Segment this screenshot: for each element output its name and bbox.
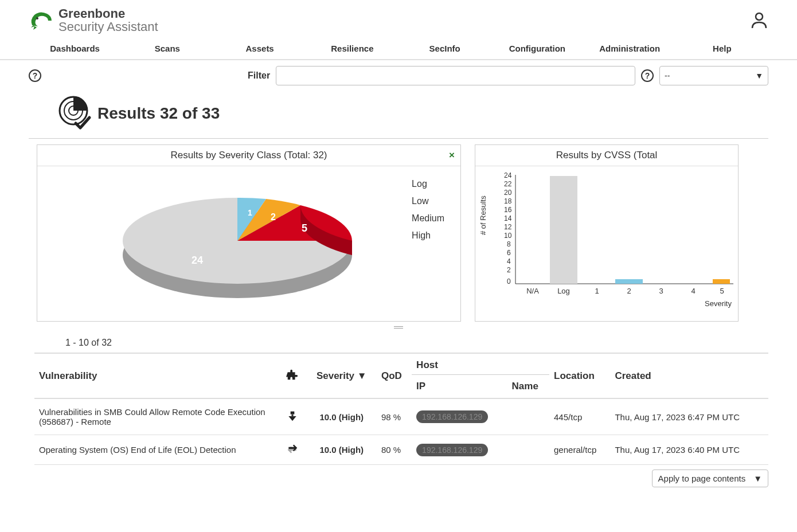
- cell-location: general/tcp: [549, 435, 610, 465]
- svg-text:N/A: N/A: [526, 287, 539, 295]
- cell-ip[interactable]: 192.168.126.129: [416, 410, 488, 423]
- vendorfix-icon: [287, 410, 298, 422]
- pie-chart[interactable]: 24 1 2 5: [100, 172, 398, 315]
- svg-text:4: 4: [691, 287, 695, 295]
- legend-medium[interactable]: Medium: [412, 213, 444, 224]
- svg-text:24: 24: [192, 255, 203, 266]
- col-qod[interactable]: QoD: [377, 353, 412, 398]
- svg-text:2: 2: [507, 266, 511, 274]
- filter-dropdown[interactable]: -- ▼: [659, 66, 768, 85]
- svg-text:6: 6: [507, 249, 511, 257]
- cell-qod: 80 %: [377, 435, 412, 465]
- legend-low[interactable]: Low: [412, 196, 444, 206]
- legend-log[interactable]: Log: [412, 179, 444, 189]
- cell-ip[interactable]: 192.168.126.129: [416, 444, 488, 456]
- svg-text:2: 2: [627, 287, 631, 295]
- svg-text:4: 4: [507, 257, 511, 265]
- nav-secinfo[interactable]: SecInfo: [398, 38, 491, 59]
- cell-created: Thu, Aug 17, 2023 6:47 PM UTC: [610, 398, 768, 435]
- svg-text:22: 22: [504, 180, 512, 188]
- pager-text: 1 - 10 of 32: [34, 334, 768, 353]
- cell-qod: 98 %: [377, 398, 412, 435]
- svg-text:Severity: Severity: [705, 299, 732, 308]
- svg-rect-26: [550, 176, 577, 284]
- chevron-down-icon: ▼: [755, 71, 763, 80]
- pie-legend: Log Low Medium High: [412, 179, 444, 241]
- page-title: Results 32 of 33: [97, 104, 220, 123]
- puzzle-icon: [286, 368, 299, 381]
- table-row[interactable]: Operating System (OS) End of Life (EOL) …: [34, 435, 768, 465]
- svg-text:18: 18: [504, 197, 512, 205]
- svg-text:20: 20: [504, 189, 512, 197]
- svg-text:8: 8: [507, 240, 511, 248]
- bar-chart-title: Results by CVSS (Total: [556, 150, 658, 161]
- svg-rect-28: [713, 279, 730, 284]
- table-row[interactable]: Vulnerabilities in SMB Could Allow Remot…: [34, 398, 768, 435]
- bar-chart[interactable]: 24 22 20 18 16 14 12 10 8 6 4 2 0 # of R…: [475, 166, 733, 312]
- nav-resilience[interactable]: Resilience: [306, 38, 398, 59]
- apply-dropdown[interactable]: Apply to page contents ▼: [652, 470, 768, 487]
- col-severity[interactable]: Severity ▼: [307, 353, 377, 398]
- brand-line1: Greenbone: [58, 7, 158, 20]
- col-vulnerability[interactable]: Vulnerability: [34, 353, 278, 398]
- cell-created: Thu, Aug 17, 2023 6:40 PM UTC: [610, 435, 768, 465]
- page-help-icon[interactable]: ?: [29, 69, 41, 82]
- nav-dashboards[interactable]: Dashboards: [29, 38, 121, 59]
- main-nav: Dashboards Scans Assets Resilience SecIn…: [0, 38, 797, 60]
- bar-chart-card: Results by CVSS (Total 24 22 20 18 16 14…: [475, 144, 739, 322]
- svg-text:12: 12: [504, 223, 512, 231]
- filter-label: Filter: [248, 71, 270, 81]
- cell-location: 445/tcp: [549, 398, 610, 435]
- nav-configuration[interactable]: Configuration: [491, 38, 583, 59]
- svg-point-1: [756, 13, 763, 20]
- svg-text:1: 1: [595, 287, 599, 295]
- svg-point-0: [36, 17, 38, 19]
- svg-rect-27: [615, 279, 643, 284]
- cell-vulnerability[interactable]: Vulnerabilities in SMB Could Allow Remot…: [34, 398, 278, 435]
- col-name[interactable]: Name: [507, 375, 549, 399]
- svg-rect-37: [290, 411, 294, 414]
- col-ip[interactable]: IP: [412, 375, 507, 399]
- svg-text:10: 10: [504, 232, 512, 240]
- cell-vulnerability[interactable]: Operating System (OS) End of Life (EOL) …: [34, 435, 278, 465]
- svg-text:3: 3: [659, 287, 663, 295]
- svg-point-38: [291, 414, 293, 416]
- svg-text:5: 5: [302, 222, 307, 234]
- svg-text:0: 0: [507, 277, 511, 285]
- svg-text:16: 16: [504, 206, 512, 214]
- col-location[interactable]: Location: [549, 353, 610, 398]
- user-icon[interactable]: [750, 11, 768, 29]
- nav-administration[interactable]: Administration: [584, 38, 676, 59]
- filter-dropdown-value: --: [665, 71, 670, 80]
- cell-severity: 10.0 (High): [307, 435, 377, 465]
- filter-help-icon[interactable]: ?: [641, 69, 654, 82]
- apply-dropdown-label: Apply to page contents: [658, 474, 746, 483]
- svg-text:1: 1: [248, 208, 252, 217]
- cell-severity: 10.0 (High): [307, 398, 377, 435]
- svg-text:5: 5: [720, 287, 724, 295]
- filter-input[interactable]: [276, 66, 635, 85]
- nav-help[interactable]: Help: [676, 38, 768, 59]
- nav-assets[interactable]: Assets: [214, 38, 306, 59]
- close-icon[interactable]: ×: [449, 150, 455, 161]
- resize-handle-icon[interactable]: [394, 326, 403, 330]
- svg-text:14: 14: [504, 214, 512, 222]
- greenbone-logo-icon: [29, 8, 53, 32]
- brand-line2: Security Assistant: [58, 20, 158, 33]
- results-table: Vulnerability Severity ▼ QoD Host Locati…: [34, 353, 768, 465]
- svg-text:Log: Log: [557, 287, 570, 295]
- svg-text:24: 24: [504, 171, 512, 179]
- svg-text:2: 2: [271, 212, 276, 222]
- chevron-down-icon: ▼: [753, 474, 762, 483]
- cell-hostname: [507, 435, 549, 465]
- nav-scans[interactable]: Scans: [121, 38, 213, 59]
- col-created[interactable]: Created: [610, 353, 768, 398]
- mitigation-icon: [287, 443, 298, 455]
- brand-logo: Greenbone Security Assistant: [29, 7, 158, 33]
- pie-chart-title: Results by Severity Class (Total: 32): [170, 150, 327, 161]
- legend-high[interactable]: High: [412, 230, 444, 241]
- col-solution-type[interactable]: [278, 353, 307, 398]
- cell-hostname: [507, 398, 549, 435]
- svg-text:# of Results: # of Results: [479, 195, 487, 235]
- col-host: Host: [412, 353, 549, 375]
